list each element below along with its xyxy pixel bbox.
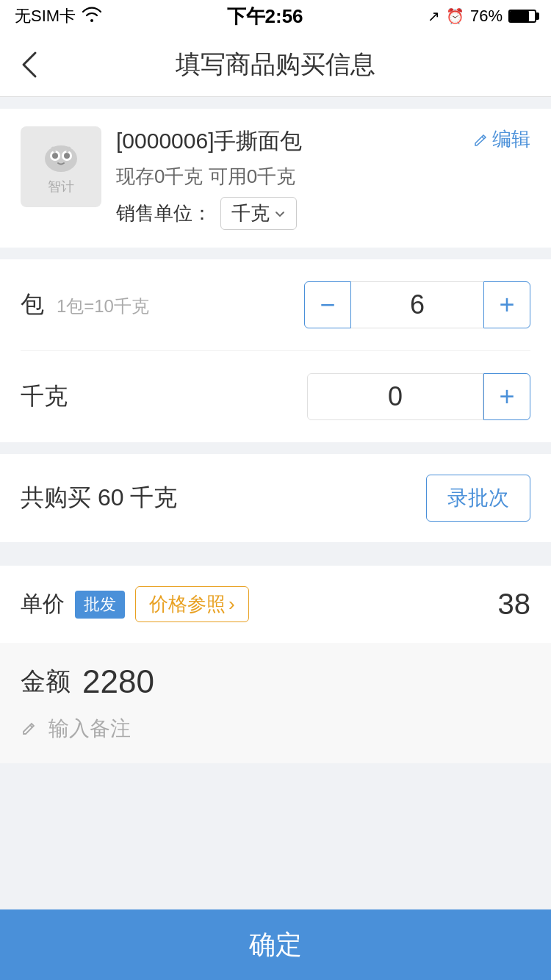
pack-input-row: 包 1包=10千克 − + bbox=[21, 259, 530, 351]
price-tag-batch: 批发 bbox=[75, 591, 125, 619]
kg-input[interactable] bbox=[307, 373, 483, 420]
wifi-icon bbox=[82, 6, 102, 26]
pack-label: 包 1包=10千克 bbox=[21, 289, 304, 321]
nav-bar: 填写商品购买信息 bbox=[0, 32, 551, 97]
pack-sublabel: 1包=10千克 bbox=[57, 296, 149, 316]
status-bar-right: ↗ ⏰ 76% bbox=[428, 7, 536, 26]
product-image-placeholder: 智计 bbox=[39, 138, 83, 195]
remark-row[interactable]: 输入备注 bbox=[21, 715, 530, 743]
amount-row: 金额 2280 bbox=[21, 663, 530, 700]
section-divider-3 bbox=[0, 542, 551, 554]
price-ref-button[interactable]: 价格参照 › bbox=[135, 586, 249, 622]
remark-placeholder: 输入备注 bbox=[48, 715, 131, 743]
page-title: 填写商品购买信息 bbox=[176, 48, 375, 82]
battery-percent: 76% bbox=[470, 7, 503, 26]
summary-text: 共购买 60 千克 bbox=[21, 482, 177, 514]
status-bar-left: 无SIM卡 bbox=[15, 5, 102, 27]
price-value: 38 bbox=[498, 588, 531, 621]
kg-label: 千克 bbox=[21, 381, 307, 413]
input-section: 包 1包=10千克 − + 千克 + bbox=[0, 259, 551, 442]
alarm-icon: ⏰ bbox=[446, 7, 464, 25]
svg-point-3 bbox=[52, 153, 58, 159]
product-image: 智计 bbox=[21, 126, 101, 207]
unit-selector[interactable]: 千克 bbox=[220, 197, 297, 230]
section-divider-1 bbox=[0, 248, 551, 259]
kg-increment-button[interactable]: + bbox=[483, 373, 530, 420]
svg-point-0 bbox=[45, 145, 77, 172]
product-stock: 现存0千克 可用0千克 bbox=[116, 164, 530, 190]
pack-increment-button[interactable]: + bbox=[483, 281, 530, 328]
summary-section: 共购买 60 千克 录批次 bbox=[0, 454, 551, 542]
pack-stepper: − + bbox=[304, 281, 530, 328]
amount-label: 金额 bbox=[21, 665, 71, 699]
status-bar-time: 下午2:56 bbox=[227, 4, 303, 29]
product-card: 智计 [0000006]手撕面包 编辑 现存0千克 可用0千克 销售单位： 千克 bbox=[0, 109, 551, 248]
product-title: [0000006]手撕面包 bbox=[116, 126, 473, 156]
carrier-label: 无SIM卡 bbox=[15, 5, 76, 27]
unit-label: 销售单位： bbox=[116, 201, 212, 226]
product-info: [0000006]手撕面包 编辑 现存0千克 可用0千克 销售单位： 千克 bbox=[116, 126, 530, 230]
status-bar: 无SIM卡 下午2:56 ↗ ⏰ 76% bbox=[0, 0, 551, 32]
pack-decrement-button[interactable]: − bbox=[304, 281, 351, 328]
back-button[interactable] bbox=[21, 50, 65, 79]
kg-stepper: + bbox=[307, 373, 530, 420]
amount-value: 2280 bbox=[82, 663, 154, 700]
pack-input[interactable] bbox=[351, 281, 483, 328]
edit-remark-icon bbox=[21, 716, 41, 742]
kg-input-row: 千克 + bbox=[21, 351, 530, 442]
price-section: 单价 批发 价格参照 › 38 bbox=[0, 566, 551, 643]
confirm-button[interactable]: 确定 bbox=[0, 909, 551, 980]
edit-button[interactable]: 编辑 bbox=[473, 126, 530, 152]
price-label: 单价 bbox=[21, 589, 65, 619]
record-batch-button[interactable]: 录批次 bbox=[426, 475, 530, 522]
price-ref-arrow: › bbox=[228, 593, 235, 616]
battery-icon bbox=[508, 10, 536, 23]
amount-section: 金额 2280 输入备注 bbox=[0, 643, 551, 763]
section-divider-2 bbox=[0, 442, 551, 454]
svg-point-4 bbox=[64, 153, 70, 159]
product-unit-row: 销售单位： 千克 bbox=[116, 197, 530, 230]
location-icon: ↗ bbox=[428, 7, 440, 25]
